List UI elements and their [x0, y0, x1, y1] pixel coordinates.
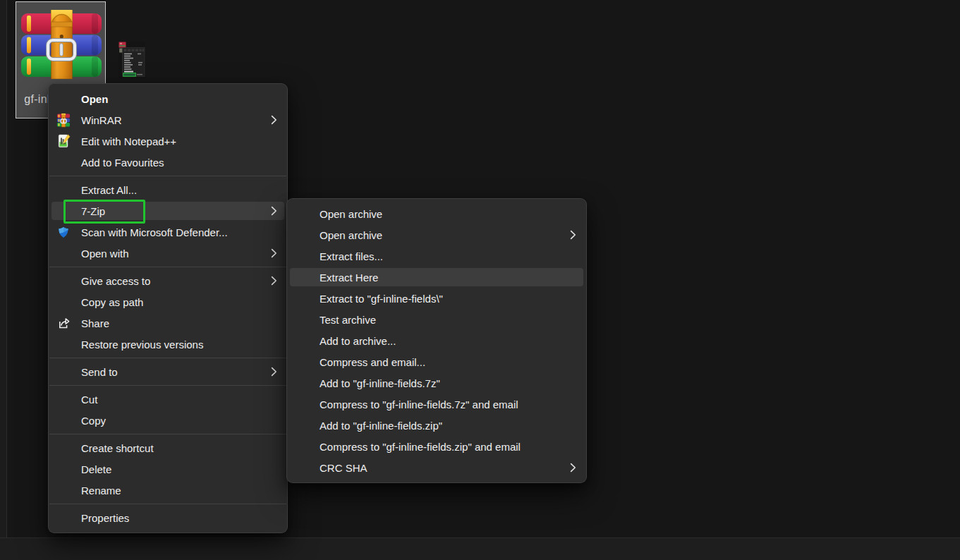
chevron-right-icon [271, 275, 277, 286]
menu-item-label: Open archive [320, 208, 382, 220]
menu-item-scan-with-microsoft-defender[interactable]: Scan with Microsoft Defender... [51, 221, 284, 243]
menu-item-share[interactable]: Share [51, 312, 284, 334]
menu-item-label: Delete [81, 463, 111, 475]
menu-item-restore-previous-versions[interactable]: Restore previous versions [51, 334, 284, 355]
menu-item-label: Send to [81, 366, 118, 378]
menu-item-compress-and-email[interactable]: Compress and email... [290, 351, 583, 372]
menu-item-label: Restore previous versions [81, 339, 203, 351]
menu-item-label: Compress and email... [320, 356, 425, 368]
menu-item-label: Add to "gf-inline-fields.zip" [320, 420, 442, 432]
menu-item-compress-to-gf-inline-fields-zip-and-email[interactable]: Compress to "gf-inline-fields.zip" and e… [290, 436, 583, 457]
menu-item-extract-files[interactable]: Extract files... [290, 245, 583, 267]
menu-item-copy[interactable]: Copy [51, 410, 284, 431]
context-menu: OpenWinRAREdit with Notepad++Add to Favo… [49, 84, 287, 532]
menu-item-label: Edit with Notepad++ [81, 135, 176, 147]
chevron-right-icon [271, 205, 277, 217]
menu-item-copy-as-path[interactable]: Copy as path [51, 291, 284, 312]
menu-item-open-archive[interactable]: Open archive [290, 203, 583, 224]
defender-icon [56, 225, 71, 240]
screenshot-thumbnail-icon [119, 42, 145, 78]
menu-item-extract-to-gf-inline-fields[interactable]: Extract to "gf-inline-fields\" [290, 288, 583, 309]
menu-item-label: Copy [81, 415, 106, 427]
menu-item-label: Open with [81, 248, 129, 260]
menu-item-crc-sha[interactable]: CRC SHA [290, 457, 583, 478]
menu-item-label: Add to archive... [320, 335, 396, 347]
menu-item-label: CRC SHA [320, 462, 367, 474]
menu-item-label: WinRAR [81, 114, 122, 126]
menu-separator [49, 267, 286, 267]
chevron-right-icon [570, 229, 576, 241]
share-icon [56, 316, 71, 331]
menu-separator [49, 358, 286, 358]
chevron-right-icon [271, 114, 277, 126]
menu-item-compress-to-gf-inline-fields-7z-and-email[interactable]: Compress to "gf-inline-fields.7z" and em… [290, 394, 583, 415]
menu-item-give-access-to[interactable]: Give access to [51, 270, 284, 291]
menu-item-label: Create shortcut [81, 442, 154, 454]
menu-item-delete[interactable]: Delete [51, 458, 284, 480]
menu-item-rename[interactable]: Rename [51, 480, 284, 501]
menu-item-create-shortcut[interactable]: Create shortcut [51, 437, 284, 458]
menu-separator [49, 434, 286, 434]
menu-separator [49, 504, 286, 504]
desktop-left-edge [0, 0, 7, 560]
chevron-right-icon [271, 366, 277, 377]
menu-item-open-with[interactable]: Open with [51, 243, 284, 264]
menu-item-label: Extract files... [320, 250, 383, 262]
menu-item-edit-with-notepad[interactable]: Edit with Notepad++ [51, 130, 284, 152]
menu-item-extract-all[interactable]: Extract All... [51, 179, 284, 200]
menu-item-cut[interactable]: Cut [51, 389, 284, 410]
menu-item-label: Give access to [81, 275, 150, 287]
menu-item-winrar[interactable]: WinRAR [51, 109, 284, 130]
menu-item-extract-here[interactable]: Extract Here [290, 267, 583, 288]
menu-item-label: Open archive [320, 229, 382, 241]
menu-item-label: Extract to "gf-inline-fields\" [320, 293, 443, 305]
menu-item-open-archive[interactable]: Open archive [290, 224, 583, 245]
notepadpp-icon [56, 134, 71, 149]
menu-separator [49, 176, 286, 176]
menu-item-open[interactable]: Open [51, 88, 284, 109]
winrar-icon [56, 113, 71, 128]
menu-item-label: Extract All... [81, 184, 137, 196]
menu-item-label: Test archive [320, 314, 376, 326]
chevron-right-icon [570, 462, 576, 473]
menu-item-label: Compress to "gf-inline-fields.zip" and e… [320, 441, 521, 453]
menu-item-label: Properties [81, 512, 129, 524]
menu-item-send-to[interactable]: Send to [51, 361, 284, 382]
menu-item-label: Scan with Microsoft Defender... [81, 226, 228, 238]
menu-item-label: Add to Favourites [81, 157, 164, 169]
menu-item-label: Copy as path [81, 296, 143, 308]
menu-item-test-archive[interactable]: Test archive [290, 309, 583, 330]
menu-item-label: Compress to "gf-inline-fields.7z" and em… [320, 398, 518, 410]
menu-item-label: Share [81, 317, 109, 329]
menu-item-add-to-archive[interactable]: Add to archive... [290, 330, 583, 351]
menu-item-label: Add to "gf-inline-fields.7z" [320, 377, 440, 389]
menu-item-label: Extract Here [320, 272, 378, 284]
menu-item-add-to-gf-inline-fields-zip[interactable]: Add to "gf-inline-fields.zip" [290, 415, 583, 436]
chevron-right-icon [271, 248, 277, 259]
menu-item-properties[interactable]: Properties [51, 507, 284, 528]
annotation-highlight-box [63, 200, 145, 224]
menu-item-add-to-favourites[interactable]: Add to Favourites [51, 152, 284, 173]
menu-item-label: Open [81, 93, 108, 105]
menu-item-add-to-gf-inline-fields-7z[interactable]: Add to "gf-inline-fields.7z" [290, 372, 583, 394]
menu-separator [49, 385, 286, 386]
desktop-bottom-strip [0, 537, 960, 560]
menu-item-label: Cut [81, 394, 97, 406]
winrar-archive-icon [21, 10, 102, 79]
7zip-submenu: Open archiveOpen archiveExtract files...… [287, 199, 586, 482]
menu-item-label: Rename [81, 485, 121, 497]
